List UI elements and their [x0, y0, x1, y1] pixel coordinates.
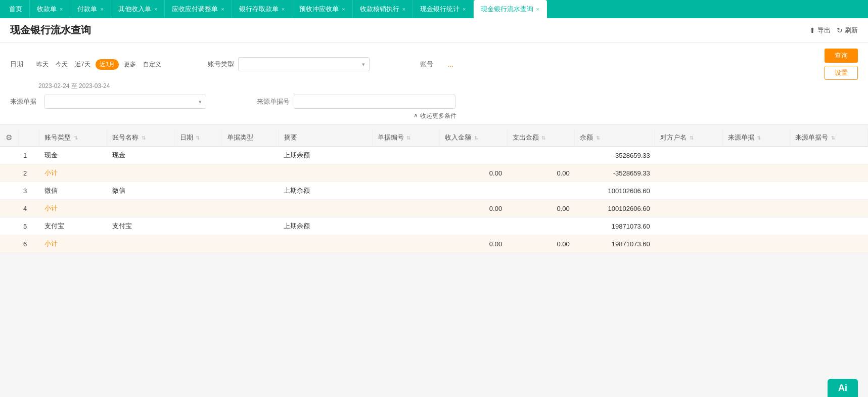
table-cell — [174, 200, 221, 217]
refresh-button[interactable]: ↻ 刷新 — [837, 26, 858, 35]
sort-balance-icon: ⇅ — [596, 135, 600, 141]
account-type-select[interactable]: ▾ — [238, 57, 370, 71]
table-cell: 1 — [18, 147, 39, 164]
th-gear[interactable]: ⚙ — [0, 129, 18, 147]
table-cell — [222, 147, 279, 164]
date-btn-1month[interactable]: 近1月 — [96, 59, 119, 70]
table-cell — [372, 235, 440, 253]
nav-item-collection[interactable]: 收款核销执行 × — [353, 0, 413, 18]
th-counterparty[interactable]: 对方户名 ⇅ — [655, 129, 723, 147]
header-actions: ⬆ 导出 ↻ 刷新 — [809, 26, 858, 35]
table-cell — [174, 147, 221, 164]
table-cell — [174, 182, 221, 200]
nav-item-bank-deposit[interactable]: 银行存取款单 × — [232, 0, 292, 18]
table-cell — [174, 217, 221, 235]
date-btn-yesterday[interactable]: 昨天 — [34, 59, 51, 70]
th-income[interactable]: 收入金额 ⇅ — [440, 129, 508, 147]
date-btn-custom[interactable]: 自定义 — [141, 59, 163, 70]
nav-item-home[interactable]: 首页 — [2, 0, 30, 18]
collapse-up-icon: ∧ — [414, 112, 418, 120]
table-cell: 0.00 — [440, 235, 508, 253]
table-cell — [107, 164, 175, 182]
th-date[interactable]: 日期 ⇅ — [174, 129, 221, 147]
date-btn-7days[interactable]: 近7天 — [73, 59, 93, 70]
table-cell: 小计 — [39, 200, 107, 217]
close-bank-deposit-icon[interactable]: × — [282, 6, 285, 12]
account-type-label: 账号类型 — [208, 60, 234, 69]
date-btn-more[interactable]: 更多 — [122, 59, 138, 70]
date-filter-group: 日期 昨天 今天 近7天 近1月 更多 自定义 — [10, 59, 167, 70]
nav-item-other-income[interactable]: 其他收入单 × — [111, 0, 165, 18]
sort-expense-icon: ⇅ — [541, 135, 545, 141]
date-label: 日期 — [10, 60, 30, 69]
nav-item-cash-bank-flow[interactable]: 现金银行流水查询 × — [474, 0, 547, 18]
th-account-name[interactable]: 账号名称 ⇅ — [107, 129, 175, 147]
table-cell: 19871073.60 — [575, 217, 655, 235]
source-doc-no-input[interactable] — [294, 95, 455, 109]
table-cell — [279, 164, 372, 182]
close-receipt-icon[interactable]: × — [60, 6, 63, 12]
table-row: 5支付宝支付宝上期余额19871073.60 — [0, 217, 868, 235]
table-cell — [0, 217, 18, 235]
close-ar-ap-icon[interactable]: × — [221, 6, 224, 12]
table-cell — [655, 235, 723, 253]
close-other-income-icon[interactable]: × — [154, 6, 157, 12]
table-cell: 2 — [18, 164, 39, 182]
table-cell — [222, 182, 279, 200]
source-doc-group: 来源单据 ▾ — [10, 95, 206, 109]
sort-source-doc-no-icon: ⇅ — [831, 135, 835, 141]
table-cell — [655, 147, 723, 164]
nav-item-payment[interactable]: 付款单 × — [70, 0, 111, 18]
account-filter-group: 账号 ... — [420, 60, 453, 69]
table-cell: 上期余额 — [279, 182, 372, 200]
close-stats-icon[interactable]: × — [463, 6, 466, 12]
table-cell — [174, 235, 221, 253]
nav-item-prepaid[interactable]: 预收冲应收单 × — [292, 0, 352, 18]
table-cell — [790, 164, 868, 182]
sort-account-name-icon: ⇅ — [142, 135, 146, 141]
source-doc-no-group: 来源单据号 — [257, 95, 455, 109]
table-cell — [790, 182, 868, 200]
date-btn-today[interactable]: 今天 — [54, 59, 70, 70]
th-source-doc-no[interactable]: 来源单据号 ⇅ — [790, 129, 868, 147]
close-prepaid-icon[interactable]: × — [342, 6, 345, 12]
settings-button[interactable]: 设置 — [825, 66, 858, 80]
nav-item-ar-ap-adjust[interactable]: 应收应付调整单 × — [165, 0, 232, 18]
sort-doc-no-icon: ⇅ — [406, 135, 410, 141]
table-area: ⚙ 账号类型 ⇅ 账号名称 ⇅ 日期 ⇅ 单据类型 摘要 单据编号 ⇅ 收入金额… — [0, 129, 868, 253]
table-row: 4小计0.000.00100102606.60 — [0, 200, 868, 217]
th-expense[interactable]: 支出金额 ⇅ — [507, 129, 575, 147]
table-cell — [372, 200, 440, 217]
table-cell — [790, 235, 868, 253]
table-cell — [722, 217, 790, 235]
source-doc-select[interactable]: ▾ — [44, 95, 206, 109]
table-cell — [0, 164, 18, 182]
table-cell — [722, 164, 790, 182]
th-source-doc[interactable]: 来源单据 ⇅ — [722, 129, 790, 147]
table-cell: 现金 — [39, 147, 107, 164]
page-header: 现金银行流水查询 ⬆ 导出 ↻ 刷新 — [0, 18, 868, 42]
page-title: 现金银行流水查询 — [10, 23, 91, 37]
table-cell — [0, 200, 18, 217]
th-balance[interactable]: 余额 ⇅ — [575, 129, 655, 147]
close-collection-icon[interactable]: × — [402, 6, 405, 12]
table-cell — [222, 164, 279, 182]
close-payment-icon[interactable]: × — [100, 6, 103, 12]
collapse-bar[interactable]: ∧ 收起更多条件 — [10, 109, 858, 124]
table-cell — [722, 147, 790, 164]
nav-item-cash-bank-stats[interactable]: 现金银行统计 × — [413, 0, 473, 18]
nav-item-receipt[interactable]: 收款单 × — [30, 0, 70, 18]
export-button[interactable]: ⬆ 导出 — [809, 26, 831, 35]
table-cell — [222, 235, 279, 253]
table-row: 2小计0.000.00-3528659.33 — [0, 164, 868, 182]
th-doc-no[interactable]: 单据编号 ⇅ — [372, 129, 440, 147]
table-row: 3微信微信上期余额100102606.60 — [0, 182, 868, 200]
query-button[interactable]: 查询 — [825, 49, 858, 63]
th-account-type[interactable]: 账号类型 ⇅ — [39, 129, 107, 147]
table-cell — [507, 182, 575, 200]
gear-icon[interactable]: ⚙ — [6, 133, 12, 142]
table-cell — [722, 235, 790, 253]
close-flow-icon[interactable]: × — [536, 6, 539, 12]
account-ellipsis-button[interactable]: ... — [447, 60, 453, 68]
table-cell — [372, 147, 440, 164]
